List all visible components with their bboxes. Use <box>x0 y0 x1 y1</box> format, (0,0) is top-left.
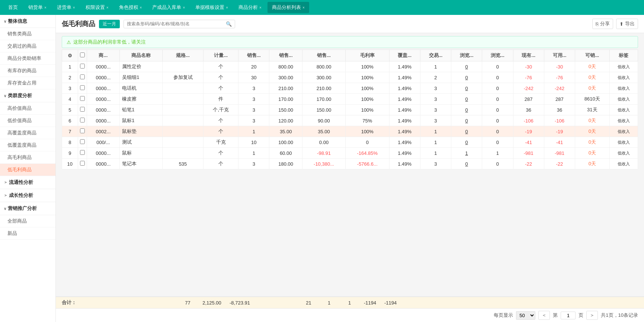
row-view1[interactable]: 0 <box>451 94 482 105</box>
search-input[interactable] <box>127 21 224 26</box>
sidebar-item-high-margin[interactable]: 高毛利商品 <box>0 152 55 164</box>
col-tag-header[interactable]: 标签 <box>609 50 638 61</box>
row-checkbox[interactable] <box>80 96 85 101</box>
sidebar-item-new-goods[interactable]: 新品 <box>0 227 55 240</box>
col-unit-header[interactable]: 计量... <box>204 50 238 61</box>
row-checkbox-cell[interactable] <box>78 105 87 115</box>
row-view1[interactable]: 0 <box>451 159 482 169</box>
col-margin-header[interactable]: 毛利率 <box>346 50 389 61</box>
close-icon[interactable]: × <box>226 6 228 10</box>
col-stock-header[interactable]: 现有... <box>513 50 544 61</box>
row-view2: 0 <box>482 159 513 169</box>
close-icon[interactable]: × <box>302 6 305 10</box>
row-view1[interactable]: 0 <box>451 72 482 83</box>
col-checkbox[interactable] <box>78 50 87 61</box>
prev-page-button[interactable]: ＜ <box>538 311 550 320</box>
row-coverage: 1.49% <box>389 105 420 115</box>
nav-role-auth[interactable]: 角色授权 × <box>115 2 147 13</box>
nav-purchase-order[interactable]: 进货单 × <box>52 2 80 13</box>
row-checkbox-cell[interactable] <box>78 159 87 169</box>
col-available-header[interactable]: 可用... <box>544 50 575 61</box>
nav-sales-order[interactable]: 销货单 × <box>24 2 51 13</box>
close-icon[interactable]: × <box>44 6 47 10</box>
nav-home[interactable]: 首页 <box>4 2 22 13</box>
sidebar-group-title-flow[interactable]: ＞ 流通性分析 <box>0 176 55 189</box>
nav-template-settings[interactable]: 单据模板设置 × <box>191 2 233 13</box>
row-view1[interactable]: 0 <box>451 126 482 137</box>
row-checkbox-cell[interactable] <box>78 137 87 148</box>
col-sale-amt-header[interactable]: 销售... <box>269 50 302 61</box>
close-icon[interactable]: × <box>106 6 109 10</box>
sidebar-item-high-coverage[interactable]: 高覆盖度商品 <box>0 127 55 139</box>
sidebar-item-high-value[interactable]: 高价值商品 <box>0 102 55 115</box>
col-view1-header[interactable]: 浏览... <box>451 50 482 61</box>
sidebar-group-title-overall[interactable]: ∨ 整体信息 <box>0 15 55 28</box>
row-checkbox[interactable] <box>80 118 85 122</box>
row-checkbox[interactable] <box>80 161 85 166</box>
close-icon[interactable]: × <box>140 6 142 10</box>
col-code-header[interactable]: 商... <box>87 50 120 61</box>
current-page-input[interactable] <box>561 312 576 319</box>
close-icon[interactable]: × <box>73 6 75 10</box>
row-view1[interactable]: 0 <box>451 115 482 126</box>
sidebar-item-in-stock[interactable]: 有库存的商品 <box>0 65 55 77</box>
row-checkbox-cell[interactable] <box>78 72 87 83</box>
row-no: 3 <box>62 83 78 94</box>
row-checkbox-cell[interactable] <box>78 61 87 72</box>
row-checkbox[interactable] <box>80 150 85 155</box>
row-checkbox[interactable] <box>80 74 85 79</box>
sidebar-item-low-margin[interactable]: 低毛利商品 <box>0 164 55 176</box>
nav-permission[interactable]: 权限设置 × <box>81 2 113 13</box>
search-icon[interactable]: 🔍 <box>226 21 232 27</box>
row-checkbox-cell[interactable] <box>78 126 87 137</box>
nav-product-entry[interactable]: 产成品入库单 × <box>148 2 189 13</box>
sidebar-group-title-marketing[interactable]: ∨ 营销推广分析 <box>0 202 55 215</box>
per-page-select[interactable]: 50 100 <box>516 311 535 320</box>
sidebar-group-title-cluster[interactable]: ∨ 类群度分析 <box>0 89 55 102</box>
row-checkbox-cell[interactable] <box>78 115 87 126</box>
row-checkbox[interactable] <box>80 107 85 112</box>
col-sellable-header[interactable]: 可销... <box>575 50 609 61</box>
row-view1[interactable]: 0 <box>451 83 482 94</box>
col-setting[interactable]: ⚙ <box>62 50 78 61</box>
row-checkbox[interactable] <box>80 85 85 90</box>
row-view1[interactable]: 0 <box>451 61 482 72</box>
sidebar-item-sales-goods[interactable]: 销售类商品 <box>0 28 55 40</box>
select-all-checkbox[interactable] <box>80 52 85 57</box>
share-button[interactable]: ⎘ 分享 <box>592 19 613 29</box>
row-gross-margin: 100% <box>346 126 389 137</box>
col-spec-header[interactable]: 规格... <box>162 50 204 61</box>
col-sale-profit-header[interactable]: 销售... <box>302 50 345 61</box>
export-button[interactable]: ⬆ 导出 <box>616 19 638 29</box>
row-view1[interactable]: 0 <box>451 105 482 115</box>
nav-product-analysis[interactable]: 商品分析 × <box>234 2 266 13</box>
period-button[interactable]: 近一月 <box>99 20 120 28</box>
row-checkbox-cell[interactable] <box>78 83 87 94</box>
close-icon[interactable]: × <box>183 6 185 10</box>
sidebar-item-traded-goods[interactable]: 交易过的商品 <box>0 40 55 52</box>
sidebar-item-stock-capital[interactable]: 库存资金占用 <box>0 77 55 89</box>
sidebar-item-low-coverage[interactable]: 低覆盖度商品 <box>0 139 55 152</box>
row-checkbox[interactable] <box>80 64 85 68</box>
col-coverage-header[interactable]: 覆盖... <box>389 50 420 61</box>
close-icon[interactable]: × <box>259 6 262 10</box>
row-view1[interactable]: 1 <box>451 148 482 159</box>
pagination: 每页显示 50 100 ＜ 第 页 ＞ 共1页，10条记录 <box>56 308 644 322</box>
row-checkbox-cell[interactable] <box>78 94 87 105</box>
row-checkbox-cell[interactable] <box>78 148 87 159</box>
next-page-button[interactable]: ＞ <box>586 311 598 320</box>
row-view1[interactable]: 0 <box>451 137 482 148</box>
sidebar-item-low-value[interactable]: 低价值商品 <box>0 115 55 127</box>
col-sale-qty-header[interactable]: 销售... <box>238 50 269 61</box>
sidebar-item-category-rate[interactable]: 商品分类助销率 <box>0 52 55 65</box>
col-trade-header[interactable]: 交易... <box>420 50 451 61</box>
col-name-header[interactable]: 商品名称 <box>120 50 162 61</box>
sidebar-item-all-goods[interactable]: 全部商品 <box>0 215 55 227</box>
sidebar-group-title-growth[interactable]: ＞ 成长性分析 <box>0 189 55 202</box>
table-row: 5 0000... 铅笔1 个,千克 3 150.00 150.00 100% … <box>62 105 638 115</box>
row-checkbox[interactable] <box>80 128 85 133</box>
row-sale-amt: 150.00 <box>269 105 302 115</box>
col-view2-header[interactable]: 浏览... <box>482 50 513 61</box>
nav-product-analysis-list[interactable]: 商品分析列表 × <box>267 2 309 13</box>
row-checkbox[interactable] <box>80 139 85 144</box>
